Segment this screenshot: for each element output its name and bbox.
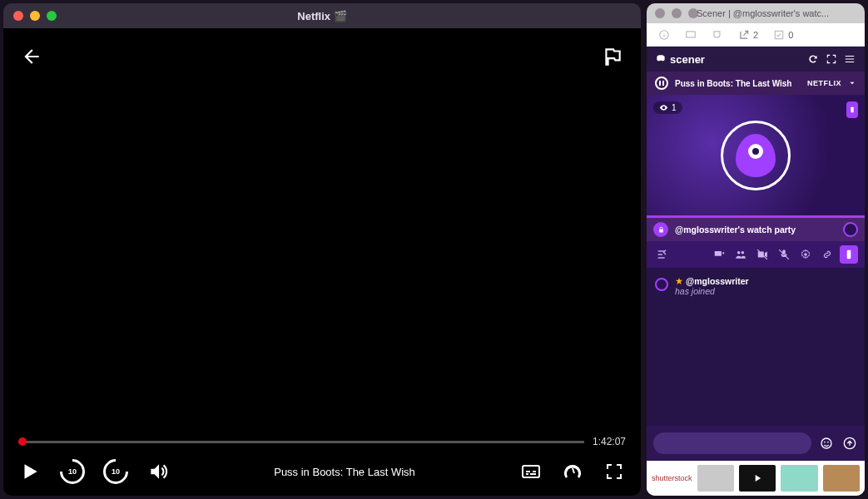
flag-icon[interactable] [601, 45, 624, 68]
svg-rect-0 [523, 466, 539, 477]
chat-username: @mglosswriter [675, 276, 856, 286]
svg-rect-5 [715, 251, 722, 256]
scener-app: scener Puss in Boots: The Last Wish NETF… [647, 47, 865, 461]
thumbnail-strip: shutterstock [647, 461, 865, 496]
player-controls: 1:42:07 10 10 Puss in Boots: The Last Wi… [18, 436, 626, 484]
skip-forward-10-button[interactable]: 10 [103, 459, 128, 484]
check-count: 0 [788, 30, 793, 40]
party-bar: @mglosswriter's watch party [647, 218, 865, 241]
popout-icon[interactable] [738, 29, 750, 41]
thumbnail[interactable] [823, 465, 860, 492]
service-label: NETFLIX [807, 79, 841, 87]
svg-rect-3 [775, 31, 782, 38]
camera-area: 1 [647, 95, 865, 218]
camera-off-icon[interactable] [753, 245, 771, 264]
gear-icon[interactable] [796, 245, 815, 264]
close-button[interactable] [655, 8, 665, 18]
back-arrow-icon[interactable] [20, 45, 43, 68]
thumbnail[interactable] [739, 465, 776, 492]
subtitles-icon[interactable] [519, 460, 543, 483]
chat-input-row [647, 426, 865, 461]
svg-point-11 [824, 442, 826, 443]
send-icon[interactable] [841, 435, 858, 452]
expand-icon[interactable] [825, 52, 838, 66]
mic-off-icon[interactable] [775, 245, 793, 264]
svg-rect-4 [851, 107, 853, 113]
skip-back-10-button[interactable]: 10 [60, 459, 85, 484]
menu-icon[interactable] [843, 52, 856, 66]
chat-message: @mglosswriter has joined [655, 276, 856, 296]
action-bar [647, 241, 865, 268]
party-host-avatar[interactable] [843, 222, 858, 237]
host-avatar [721, 121, 791, 190]
link-icon[interactable] [818, 245, 836, 264]
svg-point-8 [804, 253, 807, 256]
pause-icon[interactable] [655, 77, 668, 90]
browser-toolbar: 2 0 [647, 23, 865, 47]
svg-point-12 [827, 442, 829, 443]
scener-header: scener [647, 47, 865, 72]
volume-icon[interactable] [146, 460, 170, 483]
people-icon[interactable] [732, 245, 750, 264]
remote-button[interactable] [840, 245, 858, 264]
chat-input[interactable] [653, 432, 811, 454]
refresh-icon[interactable] [806, 52, 820, 66]
viewer-count: 1 [653, 101, 682, 114]
progress-bar[interactable] [18, 441, 584, 443]
add-screen-icon[interactable] [710, 245, 728, 264]
window-title: Scener | @mglosswriter's watc... [697, 8, 858, 18]
checkbox-icon[interactable] [773, 29, 785, 41]
chevron-down-icon[interactable] [848, 76, 856, 91]
titlebar: Scener | @mglosswriter's watc... [647, 3, 865, 23]
avatar-icon [736, 134, 776, 177]
fullscreen-icon[interactable] [603, 460, 626, 483]
screen-icon[interactable] [685, 29, 697, 41]
svg-point-7 [742, 251, 745, 254]
titlebar: Netflix 🎬 [3, 3, 641, 28]
video-title: Puss in Boots: The Last Wish [274, 466, 415, 478]
svg-rect-9 [847, 250, 851, 259]
svg-point-6 [737, 251, 741, 254]
chat-text: has joined [675, 286, 856, 296]
traffic-lights [655, 8, 698, 18]
now-playing-title: Puss in Boots: The Last Wish [675, 79, 801, 88]
watermark: shutterstock [652, 474, 692, 482]
info-icon[interactable] [658, 29, 670, 41]
thumbnail[interactable] [697, 465, 734, 492]
window-title: Netflix 🎬 [3, 10, 641, 22]
emoji-icon[interactable] [818, 435, 835, 452]
speed-icon[interactable] [561, 460, 584, 483]
popout-count: 2 [753, 30, 758, 40]
video-area[interactable]: 1:42:07 10 10 Puss in Boots: The Last Wi… [3, 28, 641, 496]
remote-icon[interactable] [846, 101, 858, 118]
scener-window: Scener | @mglosswriter's watc... 2 0 sce… [647, 3, 865, 496]
thumbnail[interactable] [781, 465, 817, 492]
cup-icon[interactable] [712, 29, 723, 41]
minimize-button[interactable] [672, 8, 682, 18]
progress-handle[interactable] [18, 437, 27, 446]
chat-area: @mglosswriter has joined [647, 268, 865, 426]
netflix-window: Netflix 🎬 1:42:07 10 [3, 3, 641, 496]
play-button[interactable] [18, 460, 42, 483]
host-controls-icon[interactable] [653, 245, 672, 264]
scener-logo: scener [655, 53, 801, 66]
svg-point-10 [821, 438, 831, 448]
party-name: @mglosswriter's watch party [675, 225, 836, 235]
now-playing-bar[interactable]: Puss in Boots: The Last Wish NETFLIX [647, 72, 865, 95]
lock-icon[interactable] [653, 222, 668, 237]
chat-avatar [655, 278, 668, 291]
duration-label: 1:42:07 [593, 436, 626, 447]
svg-rect-2 [687, 31, 696, 37]
